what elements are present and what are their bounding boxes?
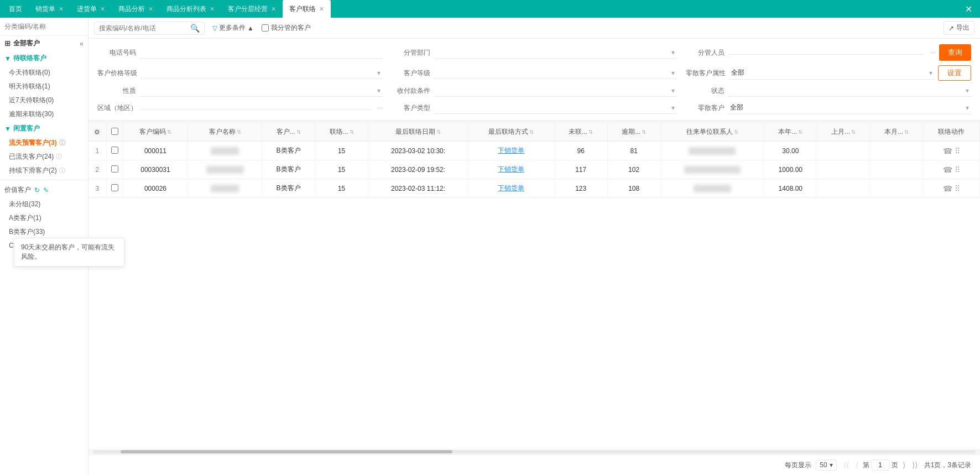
row-checkbox-2[interactable] — [106, 160, 123, 179]
sidebar-item-week[interactable]: 近7天待联络(0) — [0, 93, 88, 107]
last-page-button[interactable]: ⟩⟩ — [910, 460, 920, 471]
tab-customer-contact[interactable]: 客户联络 ✕ — [283, 0, 331, 18]
th-code[interactable]: 客户编码⇅ — [123, 123, 188, 142]
sidebar-item-b-class[interactable]: B类客户(33) — [0, 225, 88, 239]
sidebar-item-lost[interactable]: 已流失客户(24) ⓘ — [0, 150, 88, 164]
th-unliaison[interactable]: 未联...⇅ — [554, 123, 607, 142]
th-type[interactable]: 客户...⇅ — [262, 123, 315, 142]
my-customers-checkbox[interactable] — [262, 24, 269, 32]
next-page-button[interactable]: ⟩ — [900, 460, 908, 471]
contact-icon-2[interactable]: ☎ — [943, 165, 952, 174]
row-checkbox-3[interactable] — [106, 179, 123, 198]
my-customers-checkbox-area[interactable]: 我分管的客户 — [262, 23, 311, 33]
customer-table: ⚙ 客户编码⇅ 客户名称⇅ 客户...⇅ 联络...⇅ 最后联络日期⇅ 最后联络… — [88, 123, 980, 198]
th-this-year[interactable]: 本年...⇅ — [764, 123, 817, 142]
th-last-month[interactable]: 上月...⇅ — [817, 123, 870, 142]
tab-sales[interactable]: 销货单 ✕ — [29, 0, 70, 18]
th-gear[interactable]: ⚙ — [88, 123, 106, 142]
th-checkbox[interactable] — [106, 123, 123, 142]
filter-label-nature: 性质 — [97, 86, 136, 96]
sidebar-group-idle[interactable]: ▼ 闲置客户 — [0, 121, 88, 136]
filter-select-status[interactable]: ▾ — [728, 85, 971, 97]
more-actions-icon-1[interactable]: ⠿ — [955, 147, 960, 155]
tab-home[interactable]: 首页 — [2, 0, 29, 18]
sidebar-item-today[interactable]: 今天待联络(0) — [0, 66, 88, 80]
toolbar-search-input[interactable] — [99, 24, 190, 32]
scroll-track[interactable] — [93, 450, 976, 453]
filter-select-nature[interactable]: ▾ — [139, 85, 383, 97]
row-name-1: ██████ — [188, 142, 262, 160]
th-overdue[interactable]: 逾期...⇅ — [607, 123, 660, 142]
filter-select-region[interactable] — [140, 106, 372, 110]
window-close-button[interactable]: ✕ — [960, 4, 978, 14]
th-last-date[interactable]: 最后联络日期⇅ — [368, 123, 468, 142]
settings-button[interactable]: 设置 — [938, 65, 971, 81]
th-this-month[interactable]: 本月...⇅ — [870, 123, 923, 142]
filter-more-btn[interactable]: ▽ 更多条件 ▲ — [209, 22, 257, 34]
pagination-bar: 每页显示 50 ▾ ⟨⟨ ⟨ 第 页 ⟩ ⟩⟩ 共1页，3条记录 — [88, 455, 980, 475]
filter-select-dept[interactable]: ▾ — [434, 47, 677, 59]
tab-analysis[interactable]: 商品分析 ✕ — [112, 0, 160, 18]
th-contact-count[interactable]: 联络...⇅ — [315, 123, 368, 142]
filter-more-icon-region[interactable]: ··· — [377, 104, 383, 112]
export-button[interactable]: ↗ 导出 — [943, 21, 974, 35]
tab-customer-tier[interactable]: 客户分层经营 ✕ — [221, 0, 283, 18]
filter-select-cust-type[interactable]: ▾ — [434, 102, 677, 114]
sidebar-group-pending[interactable]: ▼ 待联络客户 — [0, 51, 88, 66]
th-last-date-label: 最后联络日期 — [395, 128, 435, 135]
row-method-1[interactable]: 下销货单 — [468, 142, 555, 160]
filter-select-payment[interactable]: ▾ — [434, 85, 677, 97]
contact-icon-1[interactable]: ☎ — [943, 147, 952, 155]
edit-icon[interactable]: ✎ — [43, 186, 49, 194]
page-number-input[interactable] — [872, 460, 889, 471]
sort-code-icon: ⇅ — [167, 129, 171, 135]
filter-input-phone[interactable] — [139, 47, 383, 59]
tab-purchase-close[interactable]: ✕ — [100, 6, 105, 13]
tab-analysis-close[interactable]: ✕ — [148, 6, 153, 13]
tab-customer-tier-close[interactable]: ✕ — [271, 6, 276, 13]
tab-sales-close[interactable]: ✕ — [59, 6, 64, 13]
contact-icon-3[interactable]: ☎ — [943, 184, 952, 193]
filter-select-price-level[interactable]: ▾ — [140, 67, 383, 79]
tab-customer-contact-close[interactable]: ✕ — [319, 6, 324, 13]
row-checkbox-1[interactable] — [106, 142, 123, 160]
row-type-3: B类客户 — [262, 179, 315, 198]
chevron-down-icon-type: ▾ — [671, 104, 675, 112]
th-unliaison-label: 未联... — [569, 128, 587, 135]
scroll-thumb[interactable] — [121, 450, 452, 453]
sidebar-all-customers[interactable]: ⊞ 全部客户 « — [0, 36, 88, 51]
toolbar-search-icon[interactable]: 🔍 — [190, 24, 200, 33]
tab-analysis-list-close[interactable]: ✕ — [210, 6, 215, 13]
sidebar-search-input[interactable] — [4, 23, 87, 30]
filter-select-person[interactable] — [728, 51, 925, 55]
horizontal-scrollbar[interactable] — [88, 449, 980, 455]
row-tmonth-3 — [870, 179, 923, 198]
sidebar-item-a-class[interactable]: A类客户(1) — [0, 211, 88, 225]
th-last-method[interactable]: 最后联络方式⇅ — [468, 123, 555, 142]
query-button[interactable]: 查询 — [939, 44, 971, 61]
refresh-icon[interactable]: ↻ — [34, 186, 40, 194]
th-name[interactable]: 客户名称⇅ — [188, 123, 262, 142]
tab-purchase[interactable]: 进货单 ✕ — [70, 0, 112, 18]
more-actions-icon-2[interactable]: ⠿ — [955, 165, 960, 174]
sidebar-item-loss-warning[interactable]: 流失预警客户(3) ⓘ — [0, 136, 88, 150]
more-actions-icon-3[interactable]: ⠿ — [955, 184, 960, 193]
sidebar-item-declining[interactable]: 持续下滑客户(2) ⓘ — [0, 164, 88, 178]
sidebar-item-tomorrow[interactable]: 明天待联络(1) — [0, 80, 88, 93]
filter-more-icon-person[interactable]: ··· — [930, 49, 936, 56]
filter-select-scatter-attr[interactable]: 全部 ▾ — [729, 66, 935, 80]
row-method-2[interactable]: 下销货单 — [468, 160, 555, 179]
row-name-2: ████████ — [188, 160, 262, 179]
filter-select-cust-level[interactable]: ▾ — [434, 67, 677, 79]
sidebar-item-ungroup[interactable]: 未分组(32) — [0, 197, 88, 211]
tab-analysis-list[interactable]: 商品分析列表 ✕ — [160, 0, 221, 18]
sidebar-item-overdue-contact[interactable]: 逾期未联络(30) — [0, 107, 88, 121]
th-contact-person[interactable]: 往来单位联系人⇅ — [660, 123, 764, 142]
first-page-button[interactable]: ⟨⟨ — [841, 460, 851, 471]
prev-page-button[interactable]: ⟨ — [853, 460, 861, 471]
filter-select-scatter-cust[interactable]: 全部 ▾ — [728, 101, 971, 114]
sidebar-collapse-icon[interactable]: « — [80, 40, 84, 48]
row-method-3[interactable]: 下销货单 — [468, 179, 555, 198]
page-size-select[interactable]: 50 ▾ — [816, 460, 836, 471]
select-all-checkbox[interactable] — [111, 128, 118, 135]
